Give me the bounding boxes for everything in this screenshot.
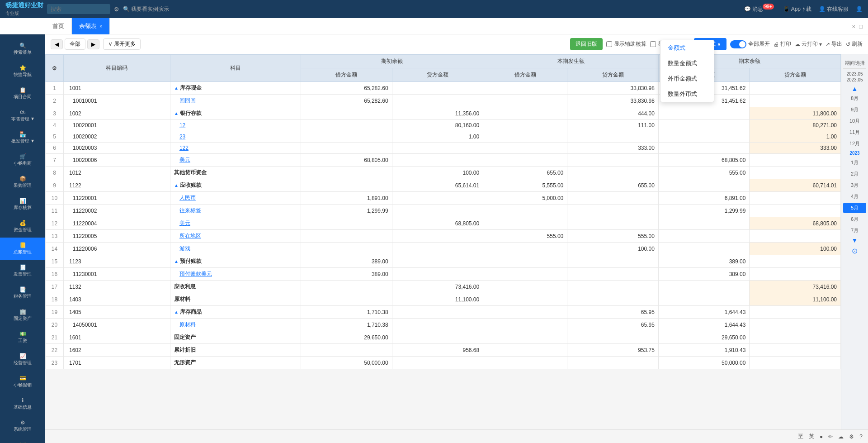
expand-all-toggle[interactable]: 全部展开 <box>730 40 770 48</box>
cell-code: 11230001 <box>64 268 170 281</box>
th-settings[interactable]: ⚙ <box>46 55 64 82</box>
sidebar-item-purchase[interactable]: 📦采购管理 <box>0 171 45 193</box>
sidebar-item-enterprise[interactable]: 🤝企业协同 <box>0 437 45 443</box>
sidebar-item-wholesale[interactable]: 🏪批发管理 ▾ <box>0 127 45 149</box>
tab-balance[interactable]: 余额表 × <box>72 18 110 34</box>
dropdown-item-quantity-amount[interactable]: 数量金额式 <box>660 56 714 71</box>
sidebar-quick-nav[interactable]: ⭐快捷导航 <box>0 60 45 82</box>
messages-btn[interactable]: 💬 消息 99+ <box>744 5 776 13</box>
sidebar-item-project[interactable]: 📋项目合同 <box>0 82 45 105</box>
expand-more-btn[interactable]: ∨ 展开更多 <box>103 38 141 50</box>
cell-name[interactable]: 往来标签 <box>170 205 301 217</box>
sidebar-item-system[interactable]: ⚙系统管理 <box>0 415 45 437</box>
cell-debit-cur <box>483 143 567 154</box>
cell-debit-end <box>658 107 750 120</box>
cell-name[interactable]: 预付账款美元 <box>170 268 301 281</box>
status-item-2[interactable]: ● <box>820 433 823 440</box>
month-8[interactable]: 8月 <box>843 93 866 104</box>
month-4[interactable]: 4月 <box>843 191 866 202</box>
annual-checkbox[interactable] <box>650 41 656 47</box>
cell-name[interactable]: 12 <box>170 120 301 131</box>
month-1[interactable]: 1月 <box>843 157 866 168</box>
refresh-btn[interactable]: ↺ 刷新 <box>846 40 863 48</box>
status-item-3[interactable]: ✏ <box>828 433 833 440</box>
status-item-1[interactable]: 英 <box>809 433 814 440</box>
month-7[interactable]: 7月 <box>843 225 866 236</box>
cell-credit-open <box>392 357 483 369</box>
cell-debit-open: 50,000.00 <box>301 357 392 369</box>
nav-prev-btn[interactable]: ◀ <box>51 39 63 49</box>
month-12[interactable]: 12月 <box>843 138 866 149</box>
status-item-4[interactable]: ☁ <box>838 433 844 440</box>
demo-link[interactable]: 🔍 我要看实例演示 <box>123 5 169 13</box>
cell-code: 1403 <box>64 293 170 306</box>
dropdown-item-quantity-foreign[interactable]: 数量外币式 <box>660 86 714 102</box>
export-btn[interactable]: ↗ 导出 <box>826 40 842 48</box>
tab-home[interactable]: 首页 <box>45 18 72 34</box>
month-5[interactable]: 5月 <box>843 203 866 213</box>
app-download-btn[interactable]: 📱 App下载 <box>783 5 811 13</box>
status-item-5[interactable]: ⚙ <box>849 433 854 440</box>
year-down-arrow[interactable]: ▼ <box>843 237 866 244</box>
cell-debit-cur: 5,555.00 <box>483 179 567 192</box>
cell-debit-open <box>301 143 392 154</box>
month-11[interactable]: 11月 <box>843 127 866 138</box>
user-avatar[interactable]: 👤 <box>856 6 863 12</box>
cell-debit-cur <box>483 357 567 369</box>
cell-name[interactable]: 游戏 <box>170 243 301 255</box>
cell-name[interactable]: 所在地区 <box>170 230 301 243</box>
cell-name[interactable]: 原材料 <box>170 319 301 331</box>
sidebar-item-inventory[interactable]: 📊库存核算 <box>0 193 45 215</box>
top-search-input[interactable] <box>47 4 110 14</box>
cell-name: ▲ 银行存款 <box>170 107 301 120</box>
th-credit-cur: 贷方金额 <box>567 68 659 82</box>
sidebar-search[interactable]: 🔍搜索菜单 <box>0 38 45 60</box>
cell-debit-end: 1,299.99 <box>658 205 750 217</box>
panel-collapse-btn[interactable]: ⊙ <box>852 247 858 255</box>
tab-close-icon[interactable]: × <box>99 24 102 29</box>
sidebar-item-tax[interactable]: 📑税务管理 <box>0 282 45 304</box>
auxiliary-checkbox[interactable] <box>606 41 612 47</box>
cell-name[interactable]: 回回回 <box>170 95 301 107</box>
sidebar-item-assets[interactable]: 🏢固定资产 <box>0 304 45 326</box>
month-10[interactable]: 10月 <box>843 116 866 126</box>
status-item-0[interactable]: 至 <box>798 433 803 440</box>
cell-name[interactable]: 美元 <box>170 217 301 230</box>
sidebar-item-retail[interactable]: 🛍零售管理 ▾ <box>0 105 45 127</box>
month-6[interactable]: 6月 <box>843 214 866 224</box>
sidebar-item-funds[interactable]: 💰资金管理 <box>0 215 45 238</box>
sidebar-item-ecommerce[interactable]: 🛒小畅电商 <box>0 149 45 171</box>
status-item-6[interactable]: ? <box>859 433 863 440</box>
return-old-btn[interactable]: 退回旧版 <box>570 38 603 50</box>
month-3[interactable]: 3月 <box>843 180 866 191</box>
cloud-print-btn[interactable]: ☁ 云打印 ▾ <box>795 40 822 48</box>
month-2[interactable]: 2月 <box>843 169 866 179</box>
sidebar-item-salary[interactable]: 💵工资 <box>0 326 45 348</box>
settings-icon[interactable]: ⚙ <box>114 6 119 13</box>
print-btn[interactable]: 🖨 打印 <box>774 40 791 48</box>
cell-debit-end: 389.00 <box>658 255 750 268</box>
cell-name[interactable]: 美元 <box>170 154 301 167</box>
dropdown-item-amount[interactable]: 金额式 <box>660 40 714 56</box>
cell-credit-open <box>392 230 483 243</box>
month-9[interactable]: 9月 <box>843 105 866 115</box>
cell-name: 固定资产 <box>170 331 301 344</box>
sidebar-item-ledger[interactable]: 📒总账管理 <box>0 238 45 260</box>
dropdown-item-foreign-amount[interactable]: 外币金额式 <box>660 71 714 86</box>
online-service-btn[interactable]: 👤 在线客服 <box>819 5 849 13</box>
table-row: 6 10020003 122 333.00 333.00 <box>46 143 841 154</box>
cell-name[interactable]: 人民币 <box>170 192 301 205</box>
sidebar-item-expense[interactable]: 💳小畅报销 <box>0 371 45 393</box>
cell-name[interactable]: 23 <box>170 131 301 143</box>
cell-name[interactable]: 122 <box>170 143 301 154</box>
sidebar-item-invoice[interactable]: 🧾发票管理 <box>0 260 45 282</box>
year-up-arrow[interactable]: ▲ <box>843 85 866 92</box>
sidebar-item-operation[interactable]: 📈经营管理 <box>0 348 45 371</box>
sidebar-item-basic-info[interactable]: ℹ基础信息 <box>0 393 45 415</box>
window-maximize-icon[interactable]: □ <box>859 23 863 30</box>
cell-credit-cur <box>567 167 659 179</box>
nav-next-btn[interactable]: ▶ <box>87 39 99 49</box>
auxiliary-checkbox-label[interactable]: 显示辅助核算 <box>606 40 646 48</box>
window-close-icon[interactable]: × <box>852 23 856 30</box>
toggle-switch[interactable] <box>730 40 746 48</box>
